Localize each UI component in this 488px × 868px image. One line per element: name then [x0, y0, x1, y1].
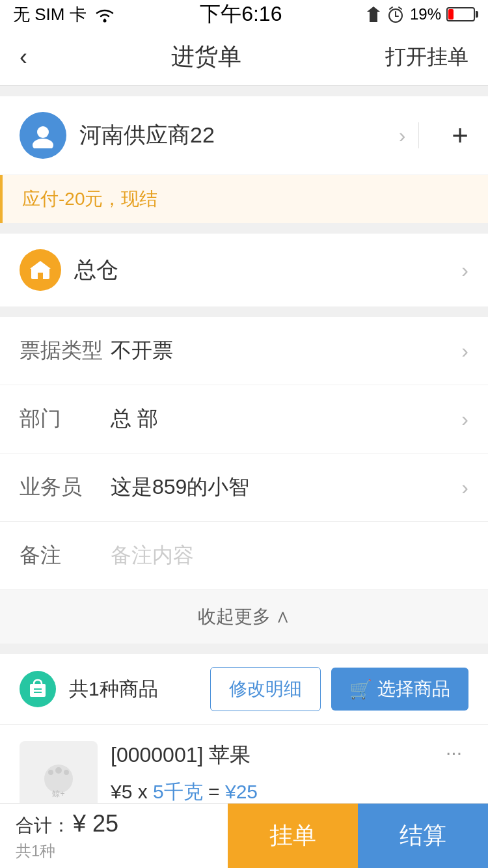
edit-detail-button[interactable]: 修改明细 — [210, 667, 321, 711]
location-icon — [366, 5, 381, 23]
product-more-button[interactable]: ··· — [439, 741, 468, 763]
svg-point-17 — [64, 770, 69, 775]
svg-marker-9 — [30, 261, 51, 269]
svg-point-7 — [33, 139, 53, 148]
svg-point-6 — [37, 126, 49, 138]
remark-label: 备注 — [20, 541, 111, 570]
checkout-button[interactable]: 结算 — [358, 804, 488, 868]
svg-text:鲸+: 鲸+ — [52, 789, 64, 798]
warehouse-icon — [20, 249, 61, 291]
invoice-value: 不开票 — [111, 336, 461, 365]
product-section-icon — [20, 671, 56, 707]
open-pending-button[interactable]: 打开挂单 — [385, 43, 468, 72]
product-total: ¥25 — [225, 781, 258, 802]
salesperson-label: 业务员 — [20, 473, 111, 502]
total-row: 合计： ¥ 25 — [16, 810, 212, 838]
product-name-text: 苹果 — [209, 743, 251, 766]
total-count: 共1种 — [16, 841, 212, 861]
form-row-invoice[interactable]: 票据类型 不开票 › — [0, 317, 488, 385]
add-supplier-button[interactable]: + — [452, 119, 468, 152]
alarm-icon — [386, 5, 405, 23]
nav-bar: ‹ 进货单 打开挂单 — [0, 29, 488, 86]
battery-percent: 19% — [410, 5, 441, 23]
total-label: 合计： — [16, 813, 70, 838]
department-label: 部门 — [20, 405, 111, 433]
svg-line-5 — [399, 7, 401, 9]
hang-button[interactable]: 挂单 — [228, 804, 358, 868]
carrier-label: 无 SIM 卡 — [13, 3, 87, 26]
warehouse-row[interactable]: 总仓 › — [0, 234, 488, 306]
select-product-icon: 🛒 — [349, 679, 372, 700]
invoice-chevron-icon: › — [461, 339, 468, 363]
warehouse-chevron-icon: › — [461, 258, 468, 282]
main-content: 河南供应商22 › + 应付-20元，现结 总仓 › 票据类型 不开票 › — [0, 96, 488, 868]
form-row-department[interactable]: 部门 总 部 › — [0, 385, 488, 454]
total-section: 合计： ¥ 25 共1种 — [0, 804, 228, 868]
battery-icon — [446, 7, 475, 21]
product-equals-sign: = — [208, 781, 225, 802]
department-chevron-icon: › — [461, 407, 468, 431]
status-right: 19% — [366, 5, 475, 23]
wifi-icon — [93, 5, 116, 23]
warehouse-card: 总仓 › — [0, 234, 488, 306]
svg-point-0 — [103, 20, 106, 23]
product-unit-price: ¥5 — [111, 781, 132, 802]
warehouse-label: 总仓 — [74, 255, 461, 285]
product-quantity: 5千克 — [153, 781, 203, 802]
total-amount: ¥ 25 — [73, 810, 118, 837]
supplier-card: 河南供应商22 › + 应付-20元，现结 — [0, 96, 488, 223]
select-product-label: 选择商品 — [377, 677, 450, 701]
svg-point-16 — [55, 767, 62, 774]
svg-rect-10 — [38, 273, 43, 279]
status-left: 无 SIM 卡 — [13, 3, 116, 26]
form-row-salesperson[interactable]: 业务员 这是859的小智 › — [0, 454, 488, 522]
supplier-avatar — [20, 112, 66, 159]
status-time: 下午6:16 — [200, 0, 282, 29]
svg-point-15 — [48, 770, 53, 775]
svg-line-4 — [390, 7, 392, 9]
select-product-button[interactable]: 🛒 选择商品 — [331, 668, 468, 711]
supplier-row[interactable]: 河南供应商22 › + — [0, 96, 488, 175]
product-count-label: 共1种商品 — [69, 676, 210, 703]
form-card: 票据类型 不开票 › 部门 总 部 › 业务员 这是859的小智 › 备注 备注… — [0, 317, 488, 644]
payment-notice: 应付-20元，现结 — [0, 175, 488, 223]
supplier-name: 河南供应商22 — [79, 120, 399, 150]
collapse-button[interactable]: 收起更多 ∧ — [0, 590, 488, 644]
product-info: [0000001] 苹果 ¥5 x 5千克 = ¥25 — [111, 741, 439, 806]
status-bar: 无 SIM 卡 下午6:16 19% — [0, 0, 488, 29]
salesperson-chevron-icon: › — [461, 476, 468, 500]
invoice-label: 票据类型 — [20, 336, 111, 365]
page-title: 进货单 — [171, 41, 241, 73]
product-code: [0000001] — [111, 743, 203, 766]
bottom-bar: 合计： ¥ 25 共1种 挂单 结算 — [0, 803, 488, 868]
salesperson-value: 这是859的小智 — [111, 473, 461, 502]
product-price-row: ¥5 x 5千克 = ¥25 — [111, 779, 439, 806]
supplier-chevron-icon: › — [399, 124, 406, 148]
form-row-remark[interactable]: 备注 备注内容 — [0, 522, 488, 590]
remark-placeholder[interactable]: 备注内容 — [111, 541, 468, 570]
product-multiply-sign: x — [138, 781, 153, 802]
product-header: 共1种商品 修改明细 🛒 选择商品 — [0, 654, 488, 725]
department-value: 总 部 — [111, 405, 461, 433]
supplier-divider — [418, 122, 419, 148]
product-name: [0000001] 苹果 — [111, 741, 439, 770]
back-button[interactable]: ‹ — [20, 44, 27, 71]
svg-rect-11 — [30, 684, 46, 697]
